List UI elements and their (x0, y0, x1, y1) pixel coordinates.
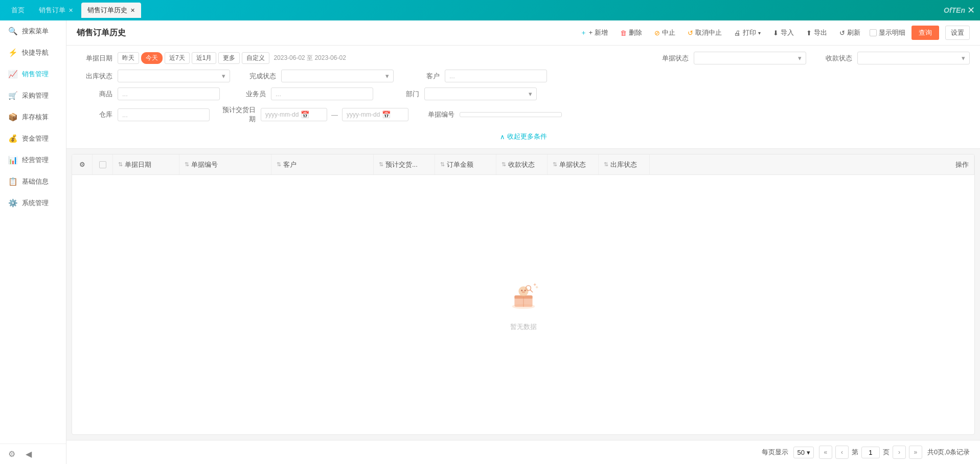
svg-point-7 (521, 291, 525, 293)
th-customer[interactable]: ⇅ 客户 (271, 154, 374, 174)
receipt-status-arrow: ▾ (962, 54, 965, 62)
th-date-label: 单据日期 (125, 160, 151, 169)
empty-text: 暂无数据 (510, 322, 537, 332)
date-btn-1month[interactable]: 近1月 (192, 52, 217, 64)
sidebar-item-sales[interactable]: 📈 销售管理 (0, 63, 66, 85)
completion-select[interactable]: ▾ (281, 70, 394, 82)
date-btn-custom[interactable]: 自定义 (242, 52, 269, 64)
search-icon: 🔍 (8, 27, 18, 36)
header-checkbox[interactable] (99, 161, 106, 168)
first-page-button[interactable]: « (819, 446, 832, 459)
collapse-text: 收起更多条件 (507, 132, 547, 141)
settings-button[interactable]: 设置 (945, 26, 970, 40)
sidebar-item-basicinfo[interactable]: 📋 基础信息 (0, 171, 66, 192)
th-amount[interactable]: ⇅ 订单金额 (435, 154, 496, 174)
warehouse-select[interactable]: ... (118, 108, 210, 121)
sidebar-operations-label: 经营管理 (22, 156, 49, 165)
th-delivery[interactable]: ⇅ 预计交货... (374, 154, 435, 174)
per-page-value: 50 (797, 449, 804, 456)
department-select[interactable]: ▾ (424, 87, 537, 100)
refresh-button[interactable]: ↺ 刷新 (836, 26, 863, 39)
tab-home-label: 首页 (11, 6, 25, 15)
th-number[interactable]: ⇅ 单据编号 (179, 154, 271, 174)
date-btn-today[interactable]: 今天 (141, 52, 163, 64)
tab-home[interactable]: 首页 (5, 3, 31, 18)
print-icon: 🖨 (734, 29, 741, 37)
th-date[interactable]: ⇅ 单据日期 (113, 154, 179, 174)
quicknav-icon: ⚡ (8, 48, 18, 57)
sort-docstatus-icon: ⇅ (553, 161, 557, 168)
product-label: 商品 (77, 90, 118, 99)
customer-select[interactable]: ... (445, 70, 547, 82)
customer-value: ... (449, 72, 455, 80)
total-text: 共0页,0条记录 (927, 448, 970, 457)
empty-state: ✦ ✦ 暂无数据 (503, 278, 544, 332)
sidebar-item-purchase[interactable]: 🛒 采购管理 (0, 85, 66, 106)
print-button[interactable]: 🖨 打印 ▾ (731, 26, 764, 39)
export-icon: ⬆ (806, 29, 812, 37)
table-footer: 每页显示 50 ▾ « ‹ 第 页 › » 共0页,0条记录 (66, 440, 980, 464)
delivery-start-placeholder: yyyy-mm-dd (265, 111, 299, 118)
stock-out-select[interactable]: ▾ (118, 70, 230, 82)
date-btn-yesterday[interactable]: 昨天 (118, 52, 139, 64)
warehouse-label: 仓库 (77, 110, 118, 119)
page-input[interactable] (861, 447, 880, 458)
salesperson-select[interactable]: ... (271, 87, 373, 100)
th-amount-label: 订单金额 (447, 160, 473, 169)
per-page-select[interactable]: 50 ▾ (793, 447, 813, 458)
th-gear[interactable]: ⚙ (72, 154, 93, 174)
doc-number-input[interactable] (460, 112, 562, 117)
delivery-date-label: 预计交货日期 (220, 105, 261, 124)
show-detail-label-text: 显示明细 (879, 28, 905, 37)
show-detail-checkbox[interactable] (870, 29, 877, 36)
settings-bottom-icon[interactable]: ⚙ (8, 449, 15, 459)
prev-page-button[interactable]: ‹ (835, 446, 849, 459)
th-stock-status[interactable]: ⇅ 出库状态 (599, 154, 650, 174)
filter-row-2: 出库状态 ▾ 完成状态 ▾ 客户 ... (77, 70, 970, 82)
date-btn-7days[interactable]: 近7天 (165, 52, 190, 64)
delivery-date-start[interactable]: yyyy-mm-dd 📅 (261, 108, 327, 121)
th-action-label: 操作 (955, 160, 969, 169)
th-doc-status[interactable]: ⇅ 单据状态 (548, 154, 599, 174)
date-btn-more[interactable]: 更多 (218, 52, 240, 64)
next-page-button[interactable]: › (893, 446, 906, 459)
sidebar: 🔍 搜索菜单 ⚡ 快捷导航 📈 销售管理 🛒 采购管理 📦 库存核算 💰 资金管… (0, 20, 66, 464)
doc-status-select[interactable]: ▾ (694, 52, 806, 64)
collapse-sidebar-icon[interactable]: ◀ (26, 449, 32, 459)
top-bar: 首页 销售订单 ✕ 销售订单历史 ✕ OfTEn ✕ (0, 0, 980, 20)
import-button[interactable]: ⬇ 导入 (770, 26, 797, 39)
export-button[interactable]: ⬆ 导出 (803, 26, 830, 39)
stop-button[interactable]: ⊘ 中止 (651, 26, 678, 39)
doc-status-arrow: ▾ (798, 54, 802, 62)
filter-row-1: 单据日期 昨天 今天 近7天 近1月 更多 自定义 2023-06-02 至 2… (77, 52, 970, 64)
sidebar-basicinfo-label: 基础信息 (22, 177, 49, 186)
collapse-icon: ∧ (500, 133, 505, 141)
last-page-button[interactable]: » (909, 446, 922, 459)
th-receipt-status[interactable]: ⇅ 收款状态 (496, 154, 548, 174)
th-customer-label: 客户 (283, 160, 297, 169)
sidebar-item-search[interactable]: 🔍 搜索菜单 (0, 20, 66, 42)
tab-sales-order-close[interactable]: ✕ (69, 7, 73, 14)
sidebar-item-quicknav[interactable]: ⚡ 快捷导航 (0, 42, 66, 63)
collapse-row[interactable]: ∧ 收起更多条件 (77, 129, 970, 142)
tab-sales-history[interactable]: 销售订单历史 ✕ (81, 3, 141, 18)
query-button[interactable]: 查询 (911, 26, 939, 40)
sidebar-item-finance[interactable]: 💰 资金管理 (0, 128, 66, 149)
th-stockstatus-label: 出库状态 (610, 160, 637, 169)
sidebar-item-operations[interactable]: 📊 经营管理 (0, 149, 66, 171)
import-icon: ⬇ (773, 29, 779, 37)
tab-sales-order[interactable]: 销售订单 ✕ (33, 3, 79, 18)
delivery-date-end[interactable]: yyyy-mm-dd 📅 (342, 108, 408, 121)
cancel-stop-button[interactable]: ↺ 取消中止 (685, 26, 725, 39)
delete-button[interactable]: 🗑 删除 (617, 26, 645, 39)
receipt-status-select[interactable]: ▾ (857, 52, 970, 64)
sort-delivery-icon: ⇅ (379, 161, 383, 168)
tab-sales-history-close[interactable]: ✕ (130, 7, 135, 14)
th-checkbox[interactable] (93, 154, 113, 174)
new-button[interactable]: ＋ + 新增 (577, 26, 611, 39)
window-close-button[interactable]: ✕ (967, 5, 975, 16)
sidebar-item-inventory[interactable]: 📦 库存核算 (0, 106, 66, 128)
inventory-icon: 📦 (8, 113, 18, 122)
product-select[interactable]: ... (118, 87, 220, 100)
sidebar-item-system[interactable]: ⚙️ 系统管理 (0, 192, 66, 214)
